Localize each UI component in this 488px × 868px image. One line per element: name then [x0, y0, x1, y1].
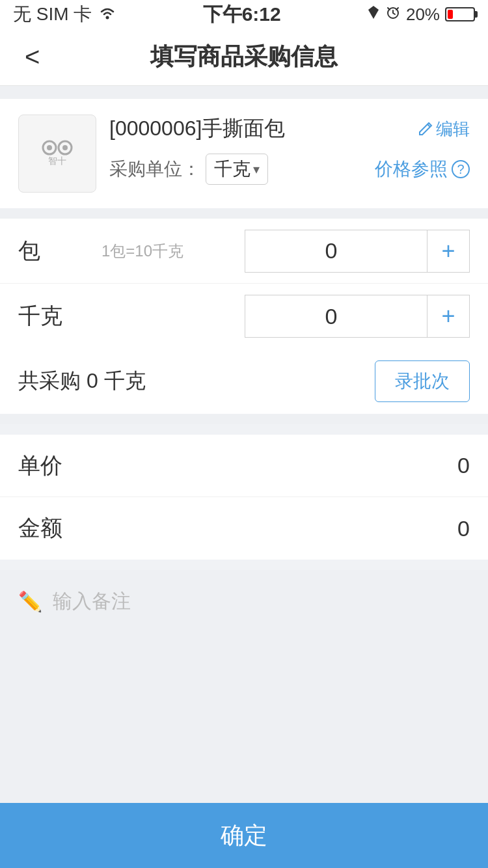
input-section: 包 1包=10千克 + 千克 +: [0, 219, 488, 349]
section-divider-1: [0, 208, 488, 219]
edit-button[interactable]: 编辑: [418, 118, 470, 141]
carrier-label: 无 SIM 卡: [13, 2, 92, 27]
status-right: 20%: [367, 5, 475, 25]
product-card: 智十 [0000006]手撕面包 编辑 采购单位： 千克 ▾: [0, 99, 488, 208]
note-section[interactable]: ✏️ 输入备注: [0, 570, 488, 633]
amount-value: 0: [457, 516, 470, 541]
battery-icon: [445, 7, 475, 21]
price-info-section: 单价 0 金额 0: [0, 435, 488, 560]
amount-row: 金额 0: [0, 497, 488, 560]
product-image: 智十: [18, 115, 96, 193]
status-left: 无 SIM 卡: [13, 2, 116, 27]
total-row: 共采购 0 千克 录批次: [0, 349, 488, 414]
svg-text:智十: 智十: [48, 156, 66, 166]
product-name: [0000006]手撕面包: [109, 115, 285, 143]
unit-price-row: 单价 0: [0, 435, 488, 497]
unit-select[interactable]: 千克 ▾: [206, 154, 268, 185]
total-text: 共采购 0 千克: [18, 367, 146, 396]
svg-point-4: [47, 145, 52, 150]
kg-input[interactable]: [245, 295, 427, 338]
pencil-icon: ✏️: [18, 590, 42, 613]
top-divider: [0, 86, 488, 99]
bag-input-row: 包 1包=10千克 +: [0, 219, 488, 284]
chevron-down-icon: ▾: [253, 161, 260, 177]
amount-label: 金额: [18, 513, 62, 543]
kg-label: 千克: [18, 301, 96, 331]
note-placeholder: 输入备注: [53, 588, 131, 615]
back-button[interactable]: <: [18, 36, 46, 78]
svg-point-0: [106, 16, 109, 20]
page-title: 填写商品采购信息: [150, 41, 338, 73]
confirm-button[interactable]: 确定: [0, 803, 488, 868]
product-info: [0000006]手撕面包 编辑 采购单位： 千克 ▾ 价格参照 ?: [109, 115, 470, 185]
content-spacer: [0, 633, 488, 828]
status-time: 下午6:12: [203, 1, 281, 28]
bag-plus-button[interactable]: +: [427, 230, 470, 273]
unit-row: 采购单位： 千克 ▾ 价格参照 ?: [109, 154, 470, 185]
unit-price-label: 单价: [18, 451, 62, 481]
section-divider-2: [0, 414, 488, 424]
batch-button[interactable]: 录批次: [375, 360, 470, 402]
wifi-icon: [98, 4, 116, 25]
unit-label: 采购单位：: [109, 157, 200, 182]
kg-plus-button[interactable]: +: [427, 295, 470, 338]
unit-price-value: 0: [457, 453, 470, 478]
kg-input-row: 千克 +: [0, 284, 488, 349]
price-ref-button[interactable]: 价格参照 ?: [375, 157, 470, 182]
help-icon: ?: [452, 160, 470, 178]
bag-sub-label: 1包=10千克: [102, 241, 183, 262]
product-logo: 智十: [38, 135, 77, 172]
product-name-row: [0000006]手撕面包 编辑: [109, 115, 470, 143]
bag-label: 包: [18, 236, 96, 266]
alarm-icon: [385, 5, 401, 25]
status-bar: 无 SIM 卡 下午6:12 20%: [0, 0, 488, 29]
nav-bar: < 填写商品采购信息: [0, 29, 488, 86]
bag-input[interactable]: [245, 230, 427, 273]
location-icon: [367, 5, 380, 25]
battery-percent: 20%: [406, 5, 440, 25]
svg-point-5: [62, 145, 68, 150]
